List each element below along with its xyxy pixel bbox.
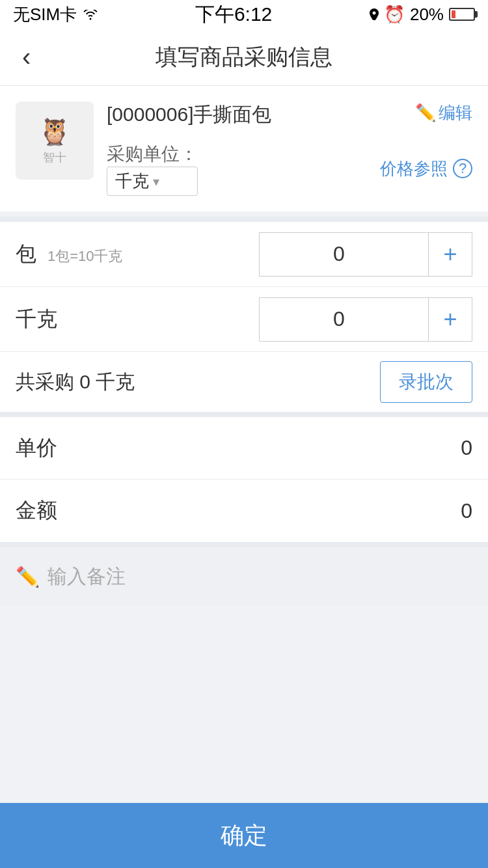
unit-select[interactable]: 千克 ▾ xyxy=(107,167,198,196)
alarm-icon: ⏰ xyxy=(384,5,405,25)
kg-input-wrapper: + xyxy=(259,297,472,342)
status-left: 无SIM卡 xyxy=(13,3,98,26)
product-code: [0000006] xyxy=(107,103,193,125)
status-bar: 无SIM卡 下午6:12 ⏰ 20% xyxy=(0,0,488,29)
confirm-button[interactable]: 确定 xyxy=(0,803,488,868)
back-button[interactable]: ‹ xyxy=(16,36,37,78)
batch-button[interactable]: 录批次 xyxy=(380,361,472,403)
bag-input-row: 包 1包=10千克 + xyxy=(0,222,488,287)
edit-button[interactable]: ✏️ 编辑 xyxy=(415,102,472,124)
product-header: [0000006]手撕面包 ✏️ 编辑 xyxy=(107,102,472,128)
bag-label-text: 包 xyxy=(16,242,36,265)
notes-placeholder: 输入备注 xyxy=(47,563,126,590)
amount-label: 金额 xyxy=(16,496,57,525)
status-right: ⏰ 20% xyxy=(370,5,475,25)
nav-bar: ‹ 填写商品采购信息 xyxy=(0,29,488,86)
product-unit-row: 采购单位： 千克 ▾ 价格参照 ? xyxy=(107,141,472,196)
bag-sublabel: 1包=10千克 xyxy=(47,248,123,264)
kg-input[interactable] xyxy=(259,297,428,342)
location-icon xyxy=(370,5,379,25)
bag-input[interactable] xyxy=(259,232,428,277)
unit-value: 千克 xyxy=(115,170,149,193)
product-name-text: 手撕面包 xyxy=(193,103,271,125)
notes-section[interactable]: ✏️ 输入备注 xyxy=(0,547,488,606)
summary-row: 共采购 0 千克 录批次 xyxy=(0,352,488,417)
kg-label: 千克 xyxy=(16,305,259,334)
carrier-label: 无SIM卡 xyxy=(13,3,77,26)
product-card: 🦉 智十 [0000006]手撕面包 ✏️ 编辑 采购单位： 千克 ▾ xyxy=(0,86,488,217)
confirm-label: 确定 xyxy=(221,820,267,852)
bag-input-wrapper: + xyxy=(259,232,472,277)
chevron-down-icon: ▾ xyxy=(153,174,159,189)
product-info: [0000006]手撕面包 ✏️ 编辑 采购单位： 千克 ▾ 价格参照 xyxy=(107,102,472,196)
pencil-icon: ✏️ xyxy=(16,565,40,588)
kg-input-row: 千克 + xyxy=(0,287,488,352)
page-title: 填写商品采购信息 xyxy=(156,42,332,72)
product-image: 🦉 智十 xyxy=(16,102,94,180)
edit-icon: ✏️ xyxy=(415,103,436,123)
wifi-icon xyxy=(83,5,98,25)
product-image-text: 智十 xyxy=(43,150,66,165)
price-section: 单价 0 金额 0 xyxy=(0,417,488,547)
section-divider-1 xyxy=(0,217,488,222)
info-icon: ? xyxy=(453,159,472,178)
bag-plus-button[interactable]: + xyxy=(428,232,472,277)
amount-value: 0 xyxy=(461,499,472,523)
price-ref-label: 价格参照 xyxy=(380,157,448,180)
edit-label: 编辑 xyxy=(439,102,472,124)
unit-selector-group: 采购单位： 千克 ▾ xyxy=(107,141,198,196)
unit-price-label: 单价 xyxy=(16,434,57,463)
input-section: 包 1包=10千克 + 千克 + xyxy=(0,222,488,352)
status-time: 下午6:12 xyxy=(195,1,272,28)
battery-icon xyxy=(449,8,475,21)
kg-plus-button[interactable]: + xyxy=(428,297,472,342)
unit-price-row: 单价 0 xyxy=(0,417,488,480)
amount-row: 金额 0 xyxy=(0,480,488,542)
battery-percent: 20% xyxy=(410,5,444,25)
price-ref-button[interactable]: 价格参照 ? xyxy=(380,157,472,180)
owl-icon: 🦉 xyxy=(38,116,71,147)
summary-text: 共采购 0 千克 xyxy=(16,369,135,396)
product-name: [0000006]手撕面包 xyxy=(107,102,415,128)
bag-label: 包 1包=10千克 xyxy=(16,240,259,269)
empty-space xyxy=(0,606,488,827)
unit-price-value: 0 xyxy=(461,436,472,460)
unit-label-text: 采购单位： xyxy=(107,144,198,164)
